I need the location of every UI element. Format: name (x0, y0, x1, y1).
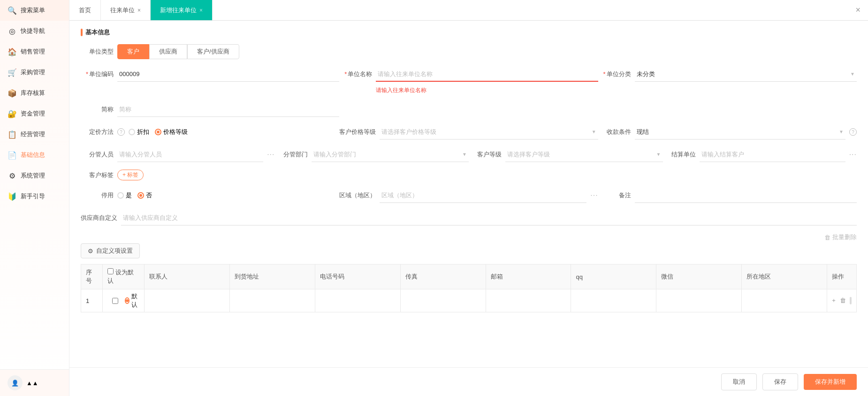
row-drag-handle[interactable] (850, 297, 852, 304)
region-label: 区域（地区） (339, 191, 376, 200)
sidebar-item-label: 库存核算 (21, 89, 45, 97)
unit-code-input[interactable] (117, 67, 339, 82)
col-seq: 序号 (81, 264, 103, 289)
dept-chevron: ▼ (462, 152, 467, 157)
select-all-checkbox[interactable] (107, 268, 114, 274)
supervisor-input[interactable] (117, 147, 263, 162)
supplier-custom-row: 供应商自定义 (81, 210, 857, 225)
sidebar-item-label: 新手引导 (21, 192, 45, 201)
tab-home[interactable]: 首页 (69, 0, 101, 20)
operations-icon: 📋 (8, 130, 17, 139)
short-name-row: 简称 (81, 102, 857, 117)
tags-row: 客户标签 + 标签 (81, 170, 857, 180)
row-checkbox[interactable] (107, 298, 123, 304)
sidebar-item-finance[interactable]: 🔐 资金管理 (0, 103, 69, 124)
cell-region[interactable] (742, 289, 827, 312)
qq-input[interactable] (576, 297, 651, 304)
btn-supplier[interactable]: 供应商 (149, 44, 187, 59)
fax-input[interactable] (405, 297, 481, 304)
cell-phone[interactable] (315, 289, 400, 312)
tab-new-partner-close[interactable]: × (199, 7, 203, 14)
delete-row-btn[interactable]: 🗑 (840, 297, 846, 304)
sidebar-item-quick-nav[interactable]: ◎ 快捷导航 (0, 21, 69, 41)
remark-label: 备注 (598, 191, 631, 200)
close-all-tabs[interactable]: × (848, 5, 868, 15)
unit-info-row: 单位编码 单位名称 请输入往来单位名称 单位分类 未分类 ▼ (81, 67, 857, 94)
custom-settings-button[interactable]: ⚙ 自定义项设置 (81, 243, 140, 258)
btn-customer[interactable]: 客户 (117, 44, 149, 59)
btn-both[interactable]: 客户/供应商 (187, 44, 239, 59)
cell-email[interactable] (486, 289, 571, 312)
radio-price-level[interactable]: 价格等级 (155, 128, 188, 136)
settlement-input[interactable] (700, 147, 845, 162)
customer-level-select[interactable]: 请选择客户等级 ▼ (505, 147, 663, 162)
unit-name-error: 请输入往来单位名称 (376, 86, 426, 94)
save-new-button[interactable]: 保存并新增 (804, 374, 857, 390)
disable-radio-group: 是 否 (117, 191, 152, 200)
settlement-dots[interactable]: ··· (849, 150, 857, 159)
sidebar-item-system[interactable]: ⚙ 系统管理 (0, 165, 69, 186)
system-icon: ⚙ (8, 171, 17, 180)
radio-yes[interactable]: 是 (117, 191, 132, 200)
cell-address[interactable] (229, 289, 315, 312)
cell-fax[interactable] (400, 289, 486, 312)
payment-terms-field: 收款条件 现结 ▼ ? (598, 124, 857, 140)
unit-category-select[interactable]: 未分类 ▼ (635, 67, 857, 82)
tab-new-partner[interactable]: 新增往来单位 × (151, 0, 213, 20)
unit-category-label: 单位分类 (598, 70, 631, 78)
section-title-bar (81, 29, 83, 36)
customer-level-field: 客户等级 请选择客户等级 ▼ (469, 147, 663, 162)
unit-type-label: 单位类型 (81, 47, 114, 56)
unit-name-input[interactable] (376, 67, 598, 82)
email-input[interactable] (491, 297, 566, 304)
remark-input[interactable] (635, 188, 857, 203)
cancel-button[interactable]: 取消 (721, 373, 757, 390)
sidebar-item-sales[interactable]: 🏠 销售管理 (0, 41, 69, 62)
save-button[interactable]: 保存 (762, 373, 798, 390)
wechat-input[interactable] (661, 297, 737, 304)
customer-price-select[interactable]: 请选择客户价格等级 ▼ (380, 124, 598, 140)
sidebar-item-inventory[interactable]: 📦 库存核算 (0, 83, 69, 103)
tab-partners-close[interactable]: × (137, 7, 141, 14)
region-input[interactable] (380, 188, 586, 203)
sidebar: 🔍 搜索菜单 ◎ 快捷导航 🏠 销售管理 🛒 采购管理 📦 库存核算 🔐 资金管… (0, 0, 69, 396)
disable-field: 停用 是 否 (81, 191, 339, 200)
phone-input[interactable] (320, 297, 396, 304)
radio-discount-circle (129, 129, 135, 135)
tab-partners[interactable]: 往来单位 × (101, 0, 151, 20)
dept-select[interactable]: 请输入分管部门 ▼ (312, 147, 469, 162)
add-row-btn[interactable]: + (832, 297, 836, 304)
supplier-custom-input[interactable] (121, 210, 857, 225)
sidebar-bottom: 👤 ▲▲ (0, 369, 69, 396)
address-input[interactable] (235, 297, 310, 304)
supervisor-dots[interactable]: ··· (267, 150, 274, 159)
dept-placeholder: 请输入分管部门 (313, 150, 463, 159)
default-radio[interactable]: 默认 (125, 292, 139, 309)
col-actions: 操作 (827, 264, 857, 289)
col-fax: 传真 (400, 264, 486, 289)
radio-discount[interactable]: 折扣 (129, 128, 149, 136)
cell-wechat[interactable] (656, 289, 742, 312)
region-cell-input[interactable] (746, 297, 822, 304)
region-dots[interactable]: ··· (590, 191, 598, 200)
sidebar-item-search[interactable]: 🔍 搜索菜单 (0, 0, 69, 21)
footer: 取消 保存 保存并新增 (69, 367, 868, 396)
contact-input[interactable] (149, 297, 225, 304)
add-tag-button[interactable]: + 标签 (117, 170, 144, 180)
batch-delete-area[interactable]: 🗑 批量删除 (81, 233, 857, 241)
payment-terms-select[interactable]: 现结 ▼ (635, 124, 845, 140)
unit-name-label: 单位名称 (339, 70, 372, 78)
sidebar-item-operations[interactable]: 📋 经营管理 (0, 124, 69, 145)
pricing-help-icon[interactable]: ? (117, 128, 125, 136)
short-name-input[interactable] (117, 102, 339, 117)
sidebar-item-basic-info[interactable]: 📄 基础信息 (0, 145, 69, 165)
dept-field: 分管部门 请输入分管部门 ▼ (275, 147, 469, 162)
cell-contact[interactable] (145, 289, 230, 312)
radio-no[interactable]: 否 (137, 191, 152, 200)
cell-qq[interactable] (571, 289, 656, 312)
sidebar-item-guide[interactable]: 🔰 新手引导 (0, 186, 69, 207)
sales-icon: 🏠 (8, 47, 17, 56)
sidebar-item-purchase[interactable]: 🛒 采购管理 (0, 62, 69, 83)
payment-help-icon[interactable]: ? (849, 128, 857, 136)
unit-code-label: 单位编码 (81, 70, 114, 78)
